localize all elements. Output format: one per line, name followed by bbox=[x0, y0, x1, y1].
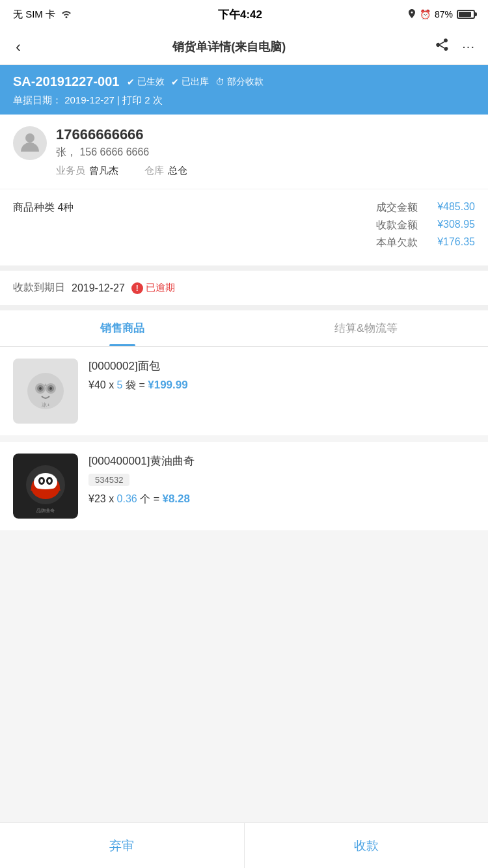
warehouse-value: 总仓 bbox=[168, 165, 187, 177]
status-badges: ✔ 已生效 ✔ 已出库 ⏱ 部分收款 bbox=[127, 76, 264, 88]
svg-point-17 bbox=[48, 479, 51, 483]
debt-amount-row: 本单欠款 ¥176.35 bbox=[376, 236, 475, 250]
due-date-value: 2019-12-27 bbox=[72, 282, 125, 294]
received-amount-value: ¥308.95 bbox=[437, 219, 475, 232]
deal-amount-label: 成交金额 bbox=[376, 201, 418, 215]
carrier-text: 无 SIM 卡 bbox=[13, 8, 55, 21]
received-amount-label: 收款金额 bbox=[376, 219, 418, 232]
check-icon-1: ✔ bbox=[127, 77, 135, 87]
tab-sales-products[interactable]: 销售商品 bbox=[0, 310, 244, 346]
svg-point-6 bbox=[39, 387, 42, 390]
customer-account: 17666666666 bbox=[56, 126, 475, 143]
status-left: 无 SIM 卡 bbox=[13, 8, 72, 21]
summary-right: 成交金额 ¥485.30 收款金额 ¥308.95 本单欠款 ¥176.35 bbox=[376, 201, 475, 254]
product-sku-badge: 534532 bbox=[88, 474, 129, 486]
svg-point-16 bbox=[40, 479, 43, 483]
banner-date: 单据日期： 2019-12-27 | 打印 2 次 bbox=[13, 94, 475, 107]
price-multiply-1: x bbox=[109, 379, 116, 390]
customer-name-phone: 张， 156 6666 6666 bbox=[56, 146, 475, 159]
confirm-button[interactable]: 收款 bbox=[245, 823, 489, 868]
customer-meta: 业务员 曾凡杰 仓库 总仓 bbox=[56, 165, 475, 177]
salesperson-item: 业务员 曾凡杰 bbox=[56, 165, 118, 177]
status-badge-shipped: ✔ 已出库 bbox=[171, 76, 209, 88]
price-multiply-2: x bbox=[109, 493, 116, 504]
product-details-1: [0000002]面包 ¥40 x 5 袋 = ¥199.99 bbox=[88, 359, 475, 424]
battery-icon bbox=[457, 10, 475, 19]
product-image-2: 品牌曲奇 bbox=[13, 454, 78, 519]
order-id: SA-20191227-001 bbox=[13, 74, 119, 89]
summary-section: 商品种类 4种 成交金额 ¥485.30 收款金额 ¥308.95 本单欠款 ¥… bbox=[0, 189, 488, 271]
clock-icon: ⏱ bbox=[215, 77, 224, 87]
product-price-row-2: ¥23 x 0.36 个 = ¥8.28 bbox=[88, 493, 475, 506]
price-equals-2: = bbox=[154, 493, 163, 504]
warehouse-label: 仓库 bbox=[144, 165, 164, 177]
svg-point-7 bbox=[49, 387, 52, 390]
wifi-icon bbox=[61, 9, 72, 20]
status-badge-effective: ✔ 已生效 bbox=[127, 76, 165, 88]
product-unit-1: 袋 bbox=[126, 379, 136, 390]
product-qty-2: 0.36 bbox=[117, 493, 137, 504]
product-unit-2: 个 bbox=[140, 493, 150, 504]
product-placeholder-1: 冰+ bbox=[13, 359, 78, 424]
product-item-2: 品牌曲奇 [000400001]黄油曲奇 534532 ¥23 x 0.36 个… bbox=[0, 442, 488, 530]
product-total-1: ¥199.99 bbox=[148, 379, 187, 391]
svg-text:冰+: 冰+ bbox=[42, 402, 50, 408]
due-date-label: 收款到期日 bbox=[13, 281, 65, 295]
tab-settlement[interactable]: 结算&物流等 bbox=[244, 310, 488, 346]
price-equals-1: = bbox=[139, 379, 148, 390]
product-qty-1: 5 bbox=[117, 379, 123, 390]
cancel-button[interactable]: 弃审 bbox=[0, 823, 245, 868]
header-banner: SA-20191227-001 ✔ 已生效 ✔ 已出库 ⏱ 部分收款 单据日期：… bbox=[0, 65, 488, 115]
warehouse-item: 仓库 总仓 bbox=[144, 165, 187, 177]
debt-amount-value: ¥176.35 bbox=[437, 236, 475, 250]
salesperson-label: 业务员 bbox=[56, 165, 85, 177]
summary-left: 商品种类 4种 bbox=[13, 201, 74, 217]
svg-text:品牌曲奇: 品牌曲奇 bbox=[36, 508, 55, 513]
product-list: 冰+ [0000002]面包 ¥40 x 5 袋 = ¥199.99 bbox=[0, 347, 488, 589]
back-button[interactable]: ‹ bbox=[10, 33, 26, 61]
product-total-2: ¥8.28 bbox=[162, 493, 190, 505]
page-title: 销货单详情(来自电脑) bbox=[172, 39, 286, 55]
nav-actions: ··· bbox=[432, 35, 478, 59]
customer-section: 17666666666 张， 156 6666 6666 业务员 曾凡杰 仓库 … bbox=[0, 115, 488, 189]
nav-bar: ‹ 销货单详情(来自电脑) ··· bbox=[0, 29, 488, 65]
location-icon bbox=[408, 9, 416, 20]
more-button[interactable]: ··· bbox=[459, 36, 478, 57]
product-price-row-1: ¥40 x 5 袋 = ¥199.99 bbox=[88, 379, 475, 392]
product-price-2: ¥23 bbox=[88, 493, 106, 504]
status-right: ⏰ 87% bbox=[408, 9, 475, 20]
svg-point-0 bbox=[25, 133, 34, 142]
avatar-icon bbox=[18, 129, 42, 157]
due-section: 收款到期日 2019-12-27 ! 已逾期 bbox=[0, 271, 488, 310]
status-time: 下午4:42 bbox=[218, 7, 262, 22]
overdue-label: 已逾期 bbox=[146, 282, 175, 294]
product-details-2: [000400001]黄油曲奇 534532 ¥23 x 0.36 个 = ¥8… bbox=[88, 454, 475, 519]
bottom-bar: 弃审 收款 bbox=[0, 822, 488, 868]
product-image-1: 冰+ bbox=[13, 359, 78, 424]
customer-info: 17666666666 张， 156 6666 6666 业务员 曾凡杰 仓库 … bbox=[56, 126, 475, 177]
product-types: 商品种类 4种 bbox=[13, 201, 74, 215]
received-amount-row: 收款金额 ¥308.95 bbox=[376, 219, 475, 232]
overdue-icon: ! bbox=[131, 282, 143, 294]
battery-percent: 87% bbox=[435, 9, 453, 20]
status-bar: 无 SIM 卡 下午4:42 ⏰ 87% bbox=[0, 0, 488, 29]
alarm-icon: ⏰ bbox=[420, 9, 431, 20]
customer-avatar bbox=[13, 126, 47, 160]
product-price-1: ¥40 bbox=[88, 379, 106, 390]
share-button[interactable] bbox=[432, 35, 452, 59]
deal-amount-row: 成交金额 ¥485.30 bbox=[376, 201, 475, 215]
salesperson-value: 曾凡杰 bbox=[89, 165, 118, 177]
product-name-2: [000400001]黄油曲奇 bbox=[88, 454, 475, 468]
banner-top: SA-20191227-001 ✔ 已生效 ✔ 已出库 ⏱ 部分收款 bbox=[13, 74, 475, 89]
debt-amount-label: 本单欠款 bbox=[376, 236, 418, 250]
overdue-badge: ! 已逾期 bbox=[131, 282, 175, 294]
product-name-1: [0000002]面包 bbox=[88, 359, 475, 373]
product-item: 冰+ [0000002]面包 ¥40 x 5 袋 = ¥199.99 bbox=[0, 347, 488, 435]
status-badge-partial: ⏱ 部分收款 bbox=[215, 76, 264, 88]
tabs-section: 销售商品 结算&物流等 bbox=[0, 310, 488, 347]
check-icon-2: ✔ bbox=[171, 77, 179, 87]
deal-amount-value: ¥485.30 bbox=[437, 201, 475, 215]
